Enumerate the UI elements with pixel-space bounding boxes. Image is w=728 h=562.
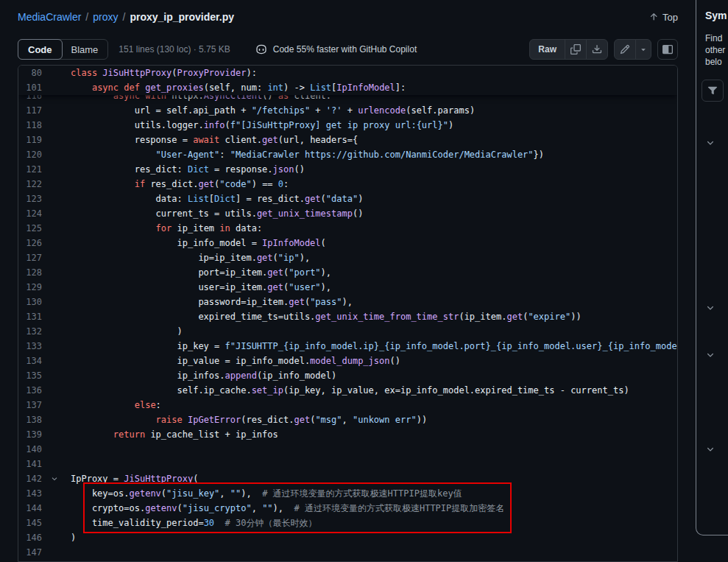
code-line: 127 ip=ip_item.get("ip"), [18,250,677,265]
line-number[interactable]: 134 [18,354,42,368]
line-number[interactable]: 137 [18,398,42,412]
line-number[interactable]: 101 [18,80,42,95]
chevron-down-icon[interactable] [706,349,715,362]
code-text: utils.logger.info(f"[JiSuHttpProxy] get … [71,118,677,133]
fold-spacer [42,530,71,545]
github-code-view: MediaCrawler / proxy / proxy_ip_provider… [0,0,728,562]
line-number[interactable]: 130 [18,295,42,309]
line-number[interactable]: 119 [18,133,42,147]
code-text: data: List[Dict] = res_dict.get("data") [71,192,677,206]
fold-spacer [42,95,71,103]
symbols-panel-toggle-button[interactable] [657,39,678,60]
edit-group [614,39,651,60]
code-line: 123 data: List[Dict] = res_dict.get("dat… [18,192,677,206]
line-number[interactable]: 132 [18,324,42,339]
line-number[interactable]: 138 [18,412,42,427]
line-number[interactable]: 80 [18,66,42,80]
fold-spacer [42,457,71,471]
code-line: 140 [18,442,677,457]
line-number[interactable]: 142 [18,471,42,486]
line-number[interactable]: 139 [18,427,42,442]
line-number[interactable]: 128 [18,265,42,280]
symbols-panel-title: Sym [705,10,728,21]
fold-chevron-down-icon[interactable] [42,471,71,486]
fold-spacer [42,118,71,133]
scroll-to-top-label: Top [662,12,678,23]
code-line: 135 ip_infos.append(ip_info_model) [18,368,677,383]
line-number[interactable]: 116 [18,95,42,103]
tab-code[interactable]: Code [18,39,63,60]
line-number[interactable]: 121 [18,162,42,177]
breadcrumb-repo-link[interactable]: MediaCrawler [18,11,81,23]
chevron-down-icon[interactable] [706,137,715,150]
code-line: 122 if res_dict.get("code") == 0: [18,177,677,192]
code-text: ) [71,324,677,339]
line-number[interactable]: 122 [18,177,42,192]
chevron-down-icon[interactable] [706,302,715,315]
code-line: 133 ip_key = f"JISUHTTP_{ip_info_model.i… [18,339,677,354]
filter-funnel-icon [707,85,718,96]
line-number[interactable]: 144 [18,501,42,516]
line-number[interactable]: 145 [18,516,42,530]
code-line: 117 url = self.api_path + "/fetchips" + … [18,103,677,118]
code-text: response = await client.get(url, headers… [71,133,677,147]
line-number[interactable]: 120 [18,147,42,162]
code-line: 138 raise IpGetError(res_dict.get("msg",… [18,412,677,427]
line-number[interactable]: 118 [18,118,42,133]
code-line: 139 return ip_cache_list + ip_infos [18,427,677,442]
line-number[interactable]: 124 [18,206,42,221]
download-raw-button[interactable] [586,39,608,60]
scroll-to-top-button[interactable]: Top [649,12,678,23]
fold-spacer [42,545,71,560]
chevron-down-icon[interactable] [706,443,715,457]
line-number[interactable]: 126 [18,236,42,250]
edit-dropdown-button[interactable] [635,39,651,60]
code-text: async with httpx.AsyncClient() as client… [71,95,677,103]
code-line: 101 async def get_proxies(self, num: int… [18,80,677,95]
line-number[interactable]: 123 [18,192,42,206]
line-number[interactable]: 140 [18,442,42,457]
raw-button[interactable]: Raw [529,39,565,60]
fold-spacer [42,295,71,309]
code-line: 126 ip_info_model = IpInfoModel( [18,236,677,250]
line-number[interactable]: 135 [18,368,42,383]
line-number[interactable]: 136 [18,383,42,398]
fold-spacer [42,383,71,398]
copy-icon [570,44,581,55]
line-number[interactable]: 131 [18,309,42,324]
line-number[interactable]: 141 [18,457,42,471]
breadcrumb-dir-link[interactable]: proxy [93,11,118,23]
file-header-bar: MediaCrawler / proxy / proxy_ip_provider… [0,0,696,34]
line-number[interactable]: 146 [18,530,42,545]
code-text: if res_dict.get("code") == 0: [71,177,677,192]
line-number[interactable]: 117 [18,103,42,118]
code-line: 118 utils.logger.info(f"[JiSuHttpProxy] … [18,118,677,133]
code-line: 125 for ip_item in data: [18,221,677,236]
file-meta-text: 151 lines (130 loc) · 5.75 KB [119,44,230,55]
line-number[interactable]: 147 [18,545,42,560]
code-body: 116 async with httpx.AsyncClient() as cl… [18,95,677,560]
breadcrumb: MediaCrawler / proxy / proxy_ip_provider… [18,11,234,23]
fold-spacer [42,265,71,280]
symbols-panel-description: Find [705,32,728,44]
fold-spacer [42,103,71,118]
fold-spacer [42,192,71,206]
fold-spacer [42,250,71,265]
symbols-filter-button[interactable] [702,80,724,102]
code-line: 121 res_dict: Dict = response.json() [18,162,677,177]
code-line: 129 user=ip_item.get("user"), [18,280,677,295]
code-text: password=ip_item.get("pass"), [71,295,677,309]
copy-raw-button[interactable] [565,39,587,60]
fold-spacer [42,221,71,236]
code-line: 131 expired_time_ts=utils.get_unix_time_… [18,309,677,324]
line-number[interactable]: 125 [18,221,42,236]
line-number[interactable]: 129 [18,280,42,295]
fold-spacer [42,236,71,250]
line-number[interactable]: 133 [18,339,42,354]
edit-file-button[interactable] [614,39,636,60]
line-number[interactable]: 127 [18,250,42,265]
line-number[interactable]: 143 [18,486,42,501]
tab-blame[interactable]: Blame [62,40,108,59]
code-line: 116 async with httpx.AsyncClient() as cl… [18,95,677,103]
fold-spacer [42,133,71,147]
